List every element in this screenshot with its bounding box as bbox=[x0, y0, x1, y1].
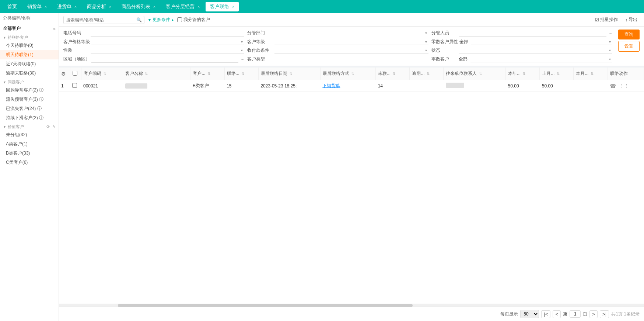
group-pending-label: 待联络客户 bbox=[8, 35, 28, 40]
col-settings[interactable]: ⚙ bbox=[59, 68, 70, 80]
close-customer-contact-icon[interactable]: × bbox=[232, 4, 234, 9]
top-nav: 首页 销货单 × 进货单 × 商品分析 × 商品分析列表 × 客户分层经营 × … bbox=[0, 0, 644, 13]
col-last-date[interactable]: 最后联络日期 ⇅ bbox=[258, 68, 320, 80]
filter-customer-type-select[interactable] bbox=[274, 58, 428, 60]
action-phone-icon[interactable]: ☎ bbox=[610, 83, 616, 89]
sort-last-month-icon: ⇅ bbox=[557, 72, 560, 76]
sidebar-c-class[interactable]: C类客户(6) bbox=[0, 158, 59, 167]
sidebar-today-contact[interactable]: 今天待联络(0) bbox=[0, 41, 59, 50]
nav-customer-layer[interactable]: 客户分层经营 × bbox=[161, 2, 204, 11]
next-page-btn[interactable]: > bbox=[589, 310, 598, 318]
horizontal-scrollbar[interactable] bbox=[59, 304, 644, 307]
gear-icon[interactable]: ⚙ bbox=[61, 71, 66, 77]
sidebar-7days-contact[interactable]: 近7天待联络(0) bbox=[0, 59, 59, 69]
sidebar-churned[interactable]: 已流失客户(24) ⓘ bbox=[0, 104, 59, 113]
sidebar-churn-warning[interactable]: 流失预警客户(3) ⓘ bbox=[0, 95, 59, 104]
filter-manager-dots[interactable]: ··· bbox=[609, 31, 612, 36]
sidebar-search-input[interactable] bbox=[3, 15, 58, 21]
batch-btn[interactable]: ☑ 批量操作 bbox=[593, 15, 620, 24]
col-last-month[interactable]: 上月... ⇅ bbox=[540, 68, 574, 80]
action-more-icon[interactable]: ⋮⋮ bbox=[619, 83, 629, 89]
filter-status-select[interactable]: ▾ bbox=[459, 48, 612, 54]
col-overdue[interactable]: 逾期... ⇅ bbox=[410, 68, 444, 80]
more-filter-btn[interactable]: ▼ 更多条件 ▲ bbox=[147, 17, 174, 23]
sidebar-ungrouped[interactable]: 未分组(32) bbox=[0, 130, 59, 139]
col-code[interactable]: 客户编码 ⇅ bbox=[81, 68, 123, 80]
first-page-btn[interactable]: |< bbox=[541, 310, 550, 318]
search-input[interactable] bbox=[66, 17, 135, 23]
sidebar-overdue-contact[interactable]: 逾期未联络(30) bbox=[0, 69, 59, 78]
close-product-analysis-icon[interactable]: × bbox=[109, 4, 111, 9]
filter-icon: ▼ bbox=[147, 17, 152, 23]
filter-area-input[interactable] bbox=[91, 56, 238, 63]
close-product-list-icon[interactable]: × bbox=[153, 4, 155, 9]
col-this-month[interactable]: 本月... ⇅ bbox=[574, 68, 608, 80]
col-last-method[interactable]: 最后联络方式 ⇅ bbox=[320, 68, 375, 80]
close-customer-layer-icon[interactable]: × bbox=[197, 4, 200, 9]
per-page-select[interactable]: 50 100 200 bbox=[520, 310, 539, 318]
last-page-btn[interactable]: >| bbox=[600, 310, 609, 318]
sidebar-repurchase-abnormal[interactable]: 回购异常客户(2) ⓘ bbox=[0, 86, 59, 95]
sidebar-a-class[interactable]: A类客户(1) bbox=[0, 139, 59, 149]
prev-page-btn[interactable]: < bbox=[553, 310, 561, 318]
nav-home[interactable]: 首页 bbox=[3, 2, 21, 11]
filter-retail-attr-select[interactable]: ▾ bbox=[471, 39, 612, 45]
row-un-contact: 14 bbox=[376, 80, 410, 92]
collapse-icon[interactable]: « bbox=[53, 26, 56, 31]
customer-table: ⚙ 客户编码 ⇅ 客户名称 ⇅ 客户... ⇅ 联络... ⇅ 最后联络日期 ⇅… bbox=[59, 68, 644, 92]
col-this-year[interactable]: 本年... ⇅ bbox=[506, 68, 540, 80]
reset-btn[interactable]: 设置 bbox=[618, 41, 640, 52]
filter-manager-input[interactable] bbox=[459, 30, 606, 37]
col-name[interactable]: 客户名称 ⇅ bbox=[123, 68, 190, 80]
select-all-checkbox[interactable] bbox=[73, 71, 77, 76]
row-this-month bbox=[574, 80, 608, 92]
col-type[interactable]: 客户... ⇅ bbox=[190, 68, 224, 80]
filter-retail-customer-select[interactable]: ▾ bbox=[470, 56, 612, 62]
search-icon[interactable]: 🔍 bbox=[136, 17, 142, 23]
nav-product-list[interactable]: 商品分析列表 × bbox=[117, 2, 160, 11]
my-customer-checkbox-area[interactable]: 我分管的客户 bbox=[177, 17, 210, 23]
value-customers-edit-icon[interactable]: ⟳ bbox=[46, 124, 50, 129]
nav-customer-contact[interactable]: 客户联络 × bbox=[206, 2, 239, 11]
my-customer-label: 我分管的客户 bbox=[183, 17, 210, 23]
export-btn[interactable]: ↑ 导出 bbox=[623, 15, 640, 24]
nav-product-analysis[interactable]: 商品分析 × bbox=[83, 2, 116, 11]
row-last-method[interactable]: 下销货单 bbox=[320, 80, 375, 92]
my-customer-checkbox[interactable] bbox=[177, 17, 182, 22]
row-check[interactable] bbox=[70, 80, 81, 92]
filter-status-label: 状态 bbox=[431, 47, 457, 54]
last-method-link[interactable]: 下销货单 bbox=[322, 83, 340, 88]
close-purchase-icon[interactable]: × bbox=[74, 4, 77, 9]
value-customers-config-icon[interactable]: ✎ bbox=[52, 124, 56, 129]
col-action[interactable]: 联络动作 bbox=[608, 68, 644, 80]
sidebar-b-class[interactable]: B类客户(33) bbox=[0, 149, 59, 158]
filter-dept-select[interactable]: ▾ bbox=[274, 30, 428, 36]
row-checkbox[interactable] bbox=[72, 83, 77, 88]
filter-price-level-select[interactable]: ▾ bbox=[91, 39, 244, 45]
page-input[interactable] bbox=[570, 310, 581, 318]
col-contact[interactable]: 联络... ⇅ bbox=[224, 68, 258, 80]
row-name: Ea bbox=[123, 80, 190, 92]
filter-retail-attr-label: 零散客户属性 bbox=[431, 39, 458, 45]
nav-sales[interactable]: 销货单 × bbox=[23, 2, 51, 11]
filter-payment-select[interactable]: ▾ bbox=[274, 48, 428, 54]
sidebar-declining[interactable]: 持续下滑客户(2) ⓘ bbox=[0, 113, 59, 122]
filter-nature-select[interactable]: ▾ bbox=[91, 48, 244, 54]
filter-area-dots[interactable]: ··· bbox=[241, 57, 244, 62]
all-customers-header[interactable]: 全部客户 « bbox=[0, 23, 59, 33]
sidebar-search-area: 🔍 bbox=[0, 13, 59, 23]
col-company-contact[interactable]: 往来单位联系人 ⇅ bbox=[444, 68, 506, 80]
sort-name-icon: ⇅ bbox=[145, 72, 148, 76]
scrollbar-thumb[interactable] bbox=[118, 304, 413, 307]
filter-phone-input[interactable] bbox=[91, 30, 244, 37]
export-label: 导出 bbox=[629, 17, 637, 23]
col-check[interactable] bbox=[70, 68, 81, 80]
nav-purchase[interactable]: 进货单 × bbox=[53, 2, 81, 11]
search-box[interactable]: 🔍 bbox=[63, 16, 144, 24]
filter-customer-level-select[interactable]: ▾ bbox=[274, 39, 428, 45]
sidebar-tomorrow-contact[interactable]: 明天待联络(1) bbox=[0, 50, 59, 59]
close-sales-icon[interactable]: × bbox=[45, 4, 47, 9]
query-btn[interactable]: 查询 bbox=[618, 30, 640, 39]
col-un-contact[interactable]: 未联... ⇅ bbox=[376, 68, 410, 80]
filter-manager: 分管人员 ··· bbox=[431, 30, 612, 37]
